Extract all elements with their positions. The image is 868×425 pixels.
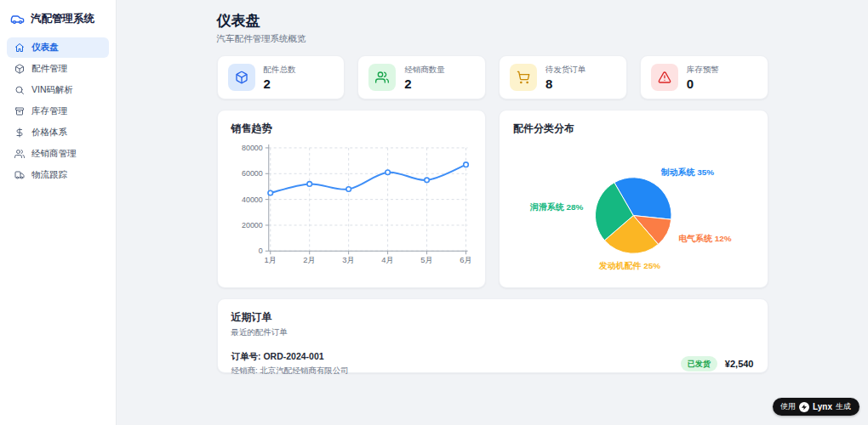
order-status-badge: 已发货 bbox=[681, 356, 717, 371]
sales-trend-title: 销售趋势 bbox=[231, 122, 472, 136]
users-icon bbox=[368, 64, 396, 91]
svg-text:2月: 2月 bbox=[303, 255, 316, 264]
sidebar-item-label: 仪表盘 bbox=[31, 42, 59, 54]
stat-card-stock-alerts: 库存预警 0 bbox=[640, 55, 768, 99]
sidebar-item-dealers[interactable]: 经销商管理 bbox=[7, 144, 109, 164]
sales-trend-line-chart: 0200004000060000800001月2月3月4月5月6月 bbox=[231, 139, 472, 276]
recent-orders-card: 近期订单 最近的配件订单 订单号: ORD-2024-001 经销商: 北京汽配… bbox=[217, 298, 768, 373]
svg-text:4月: 4月 bbox=[381, 255, 394, 264]
badge-suffix: 生成 bbox=[836, 401, 851, 412]
page-subtitle: 汽车配件管理系统概览 bbox=[217, 33, 768, 45]
stat-value: 0 bbox=[687, 77, 719, 90]
stat-card-dealer-count: 经销商数量 2 bbox=[357, 55, 486, 99]
stat-label: 库存预警 bbox=[687, 65, 719, 76]
category-distribution-title: 配件分类分布 bbox=[513, 122, 754, 136]
sidebar-item-label: VIN码解析 bbox=[31, 84, 73, 96]
recent-orders-subtitle: 最近的配件订单 bbox=[231, 327, 754, 338]
stat-card-parts-total: 配件总数 2 bbox=[217, 55, 345, 99]
stats-row: 配件总数 2 经销商数量 2 待发货订单 8 bbox=[217, 55, 768, 99]
svg-text:3月: 3月 bbox=[342, 255, 355, 264]
stat-value: 2 bbox=[264, 77, 296, 90]
stat-value: 8 bbox=[545, 77, 586, 90]
svg-text:发动机配件 25%: 发动机配件 25% bbox=[598, 261, 661, 270]
svg-text:40000: 40000 bbox=[241, 196, 262, 204]
sidebar-nav: 仪表盘 配件管理 VIN码解析 库存管理 价格体系 经销商管理 物流跟踪 bbox=[7, 37, 109, 185]
category-distribution-card: 配件分类分布 制动系统 35%电气系统 12%发动机配件 25%润滑系统 28% bbox=[499, 110, 768, 288]
svg-text:80000: 80000 bbox=[241, 144, 262, 152]
car-icon bbox=[10, 12, 25, 26]
cart-icon bbox=[510, 64, 537, 91]
sidebar-item-label: 物流跟踪 bbox=[31, 169, 67, 181]
lynx-logo-icon bbox=[799, 402, 809, 412]
search-icon bbox=[14, 85, 25, 95]
svg-text:0: 0 bbox=[258, 246, 262, 255]
svg-text:6月: 6月 bbox=[460, 255, 471, 264]
sidebar-item-dashboard[interactable]: 仪表盘 bbox=[7, 37, 109, 58]
sidebar-item-inventory[interactable]: 库存管理 bbox=[7, 101, 109, 122]
app-title: 汽配管理系统 bbox=[31, 12, 94, 26]
stat-label: 经销商数量 bbox=[404, 65, 445, 76]
order-dealer: 经销商: 北京汽配经销商有限公司 bbox=[231, 366, 349, 377]
sidebar-item-vin[interactable]: VIN码解析 bbox=[7, 80, 109, 100]
stat-label: 配件总数 bbox=[264, 65, 296, 76]
package-icon bbox=[228, 64, 255, 91]
package-icon bbox=[14, 64, 25, 74]
sidebar-item-label: 经销商管理 bbox=[31, 148, 77, 160]
archive-icon bbox=[14, 106, 25, 116]
order-amount: ¥2,540 bbox=[725, 359, 754, 369]
sidebar-item-label: 价格体系 bbox=[31, 127, 67, 139]
order-row: 订单号: ORD-2024-001 经销商: 北京汽配经销商有限公司 已发货 ¥… bbox=[231, 351, 754, 377]
svg-text:5月: 5月 bbox=[420, 255, 433, 264]
svg-text:1月: 1月 bbox=[264, 255, 277, 264]
svg-text:20000: 20000 bbox=[241, 221, 262, 230]
sidebar-item-label: 配件管理 bbox=[31, 63, 67, 75]
stat-label: 待发货订单 bbox=[545, 65, 586, 76]
svg-text:60000: 60000 bbox=[241, 169, 262, 178]
charts-row: 销售趋势 0200004000060000800001月2月3月4月5月6月 配… bbox=[217, 110, 768, 288]
users-icon bbox=[14, 149, 25, 159]
stat-card-pending-orders: 待发货订单 8 bbox=[499, 55, 627, 99]
app-logo: 汽配管理系统 bbox=[7, 11, 109, 37]
truck-icon bbox=[14, 170, 25, 180]
dollar-icon bbox=[14, 128, 25, 138]
sidebar: 汽配管理系统 仪表盘 配件管理 VIN码解析 库存管理 价格体系 经销商管理 bbox=[0, 0, 117, 425]
main-content: 仪表盘 汽车配件管理系统概览 配件总数 2 经销商数量 2 bbox=[117, 0, 868, 425]
page-title: 仪表盘 bbox=[217, 11, 768, 31]
badge-prefix: 使用 bbox=[780, 401, 796, 412]
home-icon bbox=[14, 42, 25, 53]
svg-text:制动系统 35%: 制动系统 35% bbox=[660, 167, 715, 177]
sales-trend-card: 销售趋势 0200004000060000800001月2月3月4月5月6月 bbox=[217, 110, 487, 288]
category-pie-chart: 制动系统 35%电气系统 12%发动机配件 25%润滑系统 28% bbox=[513, 139, 754, 283]
alert-triangle-icon bbox=[651, 64, 678, 91]
lynx-generated-badge[interactable]: 使用 Lynx 生成 bbox=[773, 398, 859, 416]
svg-text:润滑系统 28%: 润滑系统 28% bbox=[529, 202, 584, 212]
stat-value: 2 bbox=[404, 77, 445, 90]
sidebar-item-parts[interactable]: 配件管理 bbox=[7, 59, 109, 79]
order-number: 订单号: ORD-2024-001 bbox=[231, 351, 349, 363]
sidebar-item-pricing[interactable]: 价格体系 bbox=[7, 122, 109, 143]
sidebar-item-label: 库存管理 bbox=[31, 105, 67, 117]
badge-brand: Lynx bbox=[813, 402, 832, 411]
recent-orders-title: 近期订单 bbox=[231, 310, 754, 325]
svg-text:电气系统 12%: 电气系统 12% bbox=[678, 234, 732, 243]
sidebar-item-logistics[interactable]: 物流跟踪 bbox=[7, 165, 109, 185]
